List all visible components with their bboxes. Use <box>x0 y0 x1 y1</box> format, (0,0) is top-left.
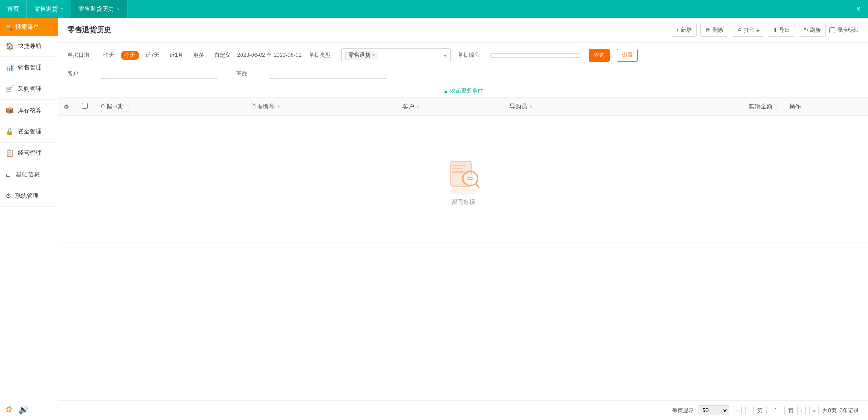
delete-button[interactable]: 🗑 删除 <box>700 24 728 37</box>
date-btn-1month[interactable]: 近1月 <box>166 51 187 60</box>
tab-retail-return-history-close[interactable]: × <box>117 6 119 12</box>
doc-type-tag: 零售退货 × <box>345 51 378 60</box>
sidebar: 🔍 搜索菜单 🏠 快捷导航 📊 销售管理 🛒 采购管理 📦 库存核算 🔒 资金管… <box>0 18 58 420</box>
page-unit: 页 <box>788 407 794 415</box>
select-all-checkbox[interactable] <box>82 103 88 109</box>
data-table: ⚙ 单据日期 ⇅ 单据编号 ⇅ <box>58 98 868 243</box>
delete-button-label: 🗑 删除 <box>705 26 723 34</box>
date-btn-more[interactable]: 更多 <box>190 51 208 60</box>
sidebar-item-purchase-label: 采购管理 <box>18 85 41 93</box>
first-page-button[interactable]: « <box>733 406 742 415</box>
settings-bottom-icon[interactable]: ⚙ <box>5 405 13 415</box>
customer-input[interactable]: ... <box>100 68 218 79</box>
sidebar-bottom: ⚙ 🔊 <box>0 399 58 420</box>
svg-rect-3 <box>452 168 462 169</box>
table-settings-icon[interactable]: ⚙ <box>64 103 69 110</box>
export-button-label: ⬆ 导出 <box>773 26 790 34</box>
sidebar-search[interactable]: 🔍 搜索菜单 <box>0 18 58 36</box>
sidebar-item-capital-label: 资金管理 <box>18 128 41 136</box>
th-doc-date[interactable]: 单据日期 ⇅ <box>95 98 246 116</box>
ops-icon: 📋 <box>5 149 14 157</box>
sidebar-item-sales-mgmt[interactable]: 📊 销售管理 <box>0 57 58 78</box>
search-icon: 🔍 <box>5 24 13 31</box>
total-info: 共0页, 0条记录 <box>822 407 859 415</box>
th-guide[interactable]: 导购员 ⇅ <box>504 98 633 116</box>
sidebar-item-ops-mgmt[interactable]: 📋 经营管理 <box>0 143 58 164</box>
collapse-button[interactable]: ▲ 收起更多条件 <box>443 84 483 97</box>
empty-text: 暂无数据 <box>452 198 475 206</box>
doc-type-tag-close[interactable]: × <box>372 53 375 58</box>
sort-doc-number-icon: ⇅ <box>277 104 281 109</box>
sidebar-search-label: 搜索菜单 <box>15 23 39 31</box>
page-size-label: 每页显示 <box>672 407 694 415</box>
sidebar-item-purchase-mgmt[interactable]: 🛒 采购管理 <box>0 78 58 100</box>
sidebar-item-basic-info[interactable]: 🗂 基础信息 <box>0 164 58 185</box>
tab-retail-return[interactable]: 零售退货 × <box>27 0 71 18</box>
th-customer[interactable]: 客户 ⇅ <box>397 98 504 116</box>
sidebar-item-inventory[interactable]: 📦 库存核算 <box>0 100 58 121</box>
last-page-button[interactable]: » <box>809 406 819 415</box>
th-guide-label: 导购员 <box>509 103 527 110</box>
goods-input[interactable]: ... <box>269 68 387 79</box>
date-btn-custom[interactable]: 自定义 <box>211 51 234 60</box>
sort-guide-icon: ⇅ <box>529 104 533 109</box>
window-close-button[interactable]: × <box>848 5 868 14</box>
sidebar-item-system-label: 系统管理 <box>15 192 39 200</box>
new-button-label: + 新增 <box>676 26 691 34</box>
filter-row-2: 客户 ... 商品 ... <box>67 68 859 79</box>
tab-retail-return-history-label: 零售退货历史 <box>78 5 114 13</box>
th-actual-amount[interactable]: 实销金额 ⇅ <box>633 98 784 116</box>
date-btn-7days[interactable]: 近7天 <box>142 51 163 60</box>
date-btn-today[interactable]: 今天 <box>121 51 139 60</box>
th-doc-number[interactable]: 单据编号 ⇅ <box>246 98 396 116</box>
th-settings[interactable]: ⚙ <box>58 98 77 116</box>
prev-page-button[interactable]: ‹ <box>745 406 754 415</box>
doc-type-label: 单据类型 <box>309 51 334 59</box>
refresh-button[interactable]: ↻ 刷新 <box>799 24 826 37</box>
doc-number-input[interactable] <box>490 53 581 58</box>
table-body: 暂无数据 <box>58 116 868 243</box>
settings-button[interactable]: 设置 <box>617 49 638 62</box>
sidebar-item-quick-nav-label: 快捷导航 <box>18 42 41 50</box>
show-detail-label: 显示明细 <box>837 26 859 34</box>
goods-placeholder: ... <box>273 70 277 77</box>
refresh-button-label: ↻ 刷新 <box>804 26 821 34</box>
system-icon: ⚙ <box>5 192 11 200</box>
empty-illustration <box>441 152 486 198</box>
sidebar-item-quick-nav[interactable]: 🏠 快捷导航 <box>0 36 58 57</box>
sales-icon: 📊 <box>5 63 14 72</box>
th-checkbox[interactable] <box>77 98 95 116</box>
print-button[interactable]: 🖨 打印 ▾ <box>732 24 764 37</box>
query-button[interactable]: 查询 <box>589 49 610 62</box>
page-number-input[interactable] <box>766 406 785 415</box>
date-filter: 昨天 今天 近7天 近1月 更多 自定义 2023-06-02 至 2023-0… <box>100 51 302 60</box>
page-size-select[interactable]: 50 10 20 100 <box>698 405 729 415</box>
tab-retail-return-close[interactable]: × <box>61 6 63 12</box>
sidebar-item-ops-label: 经营管理 <box>18 149 41 157</box>
volume-icon[interactable]: 🔊 <box>18 405 28 415</box>
top-bar: 首页 零售退货 × 零售退货历史 × × <box>0 0 868 18</box>
export-button[interactable]: ⬆ 导出 <box>768 24 795 37</box>
sidebar-item-basic-label: 基础信息 <box>16 170 40 179</box>
th-actual-amount-label: 实销金额 <box>749 103 772 110</box>
sidebar-item-capital-mgmt[interactable]: 🔒 资金管理 <box>0 121 58 143</box>
table-header-row: ⚙ 单据日期 ⇅ 单据编号 ⇅ <box>58 98 868 116</box>
doc-type-filter[interactable]: 零售退货 × ▾ <box>341 48 451 62</box>
next-page-button[interactable]: › <box>797 406 806 415</box>
new-button[interactable]: + 新增 <box>671 24 696 37</box>
sort-doc-date-icon: ⇅ <box>127 104 130 109</box>
tab-home[interactable]: 首页 <box>0 0 27 18</box>
svg-point-6 <box>465 174 475 184</box>
show-detail-checkbox-label[interactable]: 显示明细 <box>829 26 859 34</box>
main-layout: 🔍 搜索菜单 🏠 快捷导航 📊 销售管理 🛒 采购管理 📦 库存核算 🔒 资金管… <box>0 18 868 420</box>
th-operation-label: 操作 <box>789 103 801 110</box>
show-detail-checkbox[interactable] <box>829 27 835 33</box>
sidebar-item-system-mgmt[interactable]: ⚙ 系统管理 <box>0 185 58 207</box>
goods-label: 商品 <box>236 70 262 77</box>
svg-rect-2 <box>452 165 466 166</box>
svg-point-0 <box>450 187 477 195</box>
inventory-icon: 📦 <box>5 106 14 114</box>
print-dropdown-icon: ▾ <box>756 27 759 34</box>
tab-retail-return-history[interactable]: 零售退货历史 × <box>71 0 127 18</box>
date-btn-yesterday[interactable]: 昨天 <box>100 51 118 60</box>
